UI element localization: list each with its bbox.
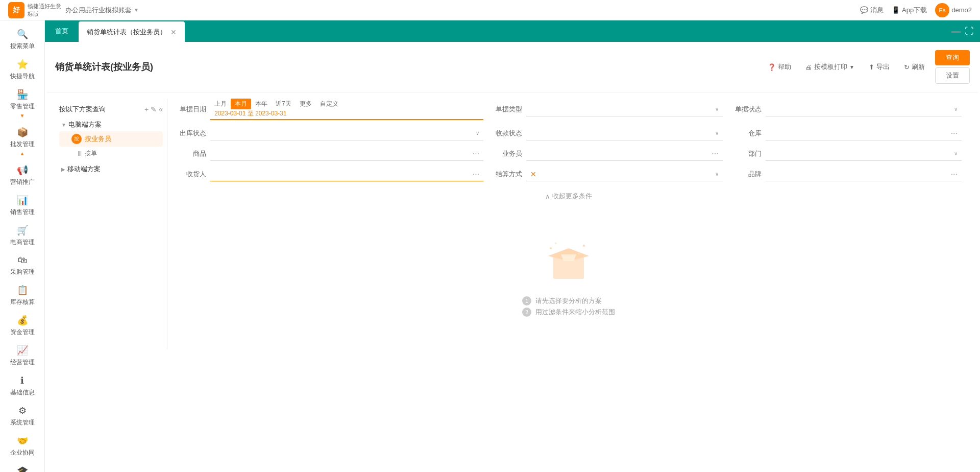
paystatus-select[interactable]: ∨ — [526, 126, 722, 140]
inventory-icon: 📋 — [17, 285, 28, 296]
scheme-item-order[interactable]: Ⅲ 按单 — [59, 147, 163, 160]
body-layout: 按以下方案查询 + ✎ « — [55, 99, 970, 349]
filter-row-1: 单据日期 上月 本月 本年 近7天 更多 — [176, 99, 962, 120]
user-area[interactable]: Ea demo2 — [935, 3, 972, 17]
dept-select[interactable]: ∨ — [766, 147, 962, 161]
search-icon: 🔍 — [17, 29, 28, 40]
settle-select[interactable]: ✕ ∨ — [526, 167, 722, 181]
export-btn[interactable]: ⬆ 导出 — [865, 60, 894, 74]
tab-close-btn[interactable]: ✕ — [170, 28, 177, 36]
date-btn-more[interactable]: 更多 — [296, 99, 316, 109]
sidebar-item-inventory[interactable]: 📋 库存核算 — [2, 280, 43, 311]
collapse-row: ∧ 收起更多条件 — [176, 187, 962, 205]
sidebar-item-quicknav[interactable]: ⭐ 快捷导航 — [2, 55, 43, 85]
purchase-icon: 🛍 — [18, 255, 27, 266]
help-icon: ❓ — [768, 63, 776, 71]
scheme-item-salesperson[interactable]: 按 按业务员 — [59, 131, 163, 147]
date-btn-lastmonth[interactable]: 上月 — [210, 99, 231, 109]
filter-docstatus-item: 单据状态 ∨ — [731, 102, 962, 116]
filter-paystatus-item: 收款状态 ∨ — [492, 126, 722, 140]
sidebar-item-enterprise[interactable]: 🤝 企业协同 — [2, 431, 43, 461]
sidebar-item-system[interactable]: ⚙ 系统管理 — [2, 401, 43, 431]
refresh-btn[interactable]: ↻ 刷新 — [900, 60, 929, 74]
help-btn[interactable]: ❓ 帮助 — [764, 60, 795, 74]
left-panel-actions: + ✎ « — [144, 105, 163, 113]
paystatus-arrow: ∨ — [715, 130, 719, 136]
scheme-group-header-mobile[interactable]: ▶ 移动端方案 — [59, 162, 163, 176]
message-btn[interactable]: 💬 消息 — [860, 6, 884, 15]
edit-scheme-btn[interactable]: ✎ — [151, 105, 157, 113]
app-download-btn[interactable]: 📱 App下载 — [892, 6, 927, 15]
sidebar-item-finance[interactable]: 💰 资金管理 — [2, 311, 43, 341]
outstatus-select[interactable]: ∨ — [210, 126, 483, 140]
sidebar-item-basic-info[interactable]: ℹ 基础信息 — [2, 371, 43, 401]
filter-salesman-item: 业务员 ··· — [492, 147, 722, 161]
salesman-label: 业务员 — [492, 149, 522, 158]
sidebar-item-operations[interactable]: 📈 经营管理 — [2, 341, 43, 371]
sidebar-item-sales[interactable]: 📊 销售管理 — [2, 191, 43, 221]
salesman-input[interactable]: ··· — [526, 147, 722, 161]
collapse-panel-btn[interactable]: « — [159, 105, 163, 113]
left-panel-title: 按以下方案查询 — [59, 105, 106, 114]
scheme-tree: ▼ 电脑端方案 按 按业务员 Ⅲ 按单 — [59, 118, 163, 176]
left-panel: 按以下方案查询 + ✎ « — [55, 99, 167, 349]
settle-close-btn[interactable]: ✕ — [530, 170, 536, 178]
sidebar-item-purchase[interactable]: 🛍 采购管理 — [2, 251, 43, 280]
warehouse-input[interactable]: ··· — [766, 126, 962, 140]
filter-warehouse-item: 仓库 ··· — [731, 126, 962, 140]
warehouse-dots: ··· — [951, 129, 958, 138]
add-scheme-btn[interactable]: + — [144, 105, 149, 113]
brand-input[interactable]: ··· — [766, 167, 962, 181]
sidebar-item-search[interactable]: 🔍 搜索菜单 — [2, 25, 43, 55]
docstatus-select[interactable]: ∨ — [766, 102, 962, 116]
doctype-label: 单据类型 — [492, 105, 522, 114]
svg-point-4 — [583, 245, 585, 247]
filter-area: 单据日期 上月 本月 本年 近7天 更多 — [176, 99, 962, 205]
empty-illustration — [543, 235, 594, 288]
page-actions: ❓ 帮助 🖨 按模板打印 ▼ ⬆ 导出 — [764, 50, 970, 84]
settings-btn[interactable]: 设置 — [935, 67, 970, 84]
sidebar-item-marketing[interactable]: 📢 营销推广 — [2, 160, 43, 191]
collapse-btn[interactable]: ∧ 收起更多条件 — [545, 192, 592, 201]
page-header: 销货单统计表(按业务员) ❓ 帮助 🖨 按模板打印 ▼ — [55, 50, 970, 84]
sidebar-item-retail[interactable]: 🏪 零售管理 ▼ — [2, 85, 43, 123]
left-panel-header: 按以下方案查询 + ✎ « — [59, 105, 163, 114]
scheme-group-mobile: ▶ 移动端方案 — [59, 162, 163, 176]
sidebar-item-ecommerce[interactable]: 🛒 电商管理 — [2, 221, 43, 251]
sidebar-item-newuser[interactable]: 🎓 新手引导 — [2, 461, 43, 472]
filter-date-item: 单据日期 上月 本月 本年 近7天 更多 — [176, 99, 483, 120]
tab-minimize-btn[interactable]: — — [951, 26, 961, 37]
date-btn-custom[interactable]: 自定义 — [316, 99, 342, 109]
tab-maximize-btn[interactable]: ⛶ — [965, 26, 974, 37]
app-title[interactable]: 办公用品行业模拟账套 ▼ — [65, 6, 139, 15]
product-input[interactable]: ··· — [210, 147, 483, 161]
docstatus-arrow: ∨ — [954, 106, 958, 112]
date-btn-thismonth[interactable]: 本月 — [231, 99, 251, 109]
dept-arrow: ∨ — [954, 151, 958, 156]
download-icon: 📱 — [892, 6, 900, 14]
page-content: 销货单统计表(按业务员) ❓ 帮助 🖨 按模板打印 ▼ — [45, 42, 980, 472]
star-icon: ⭐ — [17, 59, 28, 70]
receiver-input[interactable]: ··· — [210, 167, 483, 181]
finance-icon: 💰 — [17, 315, 28, 326]
ecommerce-icon: 🛒 — [17, 225, 28, 236]
order-sub-icon: Ⅲ — [78, 150, 82, 157]
settle-label: 结算方式 — [492, 170, 522, 179]
print-btn[interactable]: 🖨 按模板打印 ▼ — [801, 60, 859, 74]
query-btn[interactable]: 查询 — [935, 50, 970, 65]
tab-active[interactable]: 销货单统计表（按业务员） ✕ — [79, 21, 185, 43]
logo-text: 畅捷通好生意 标版 — [28, 3, 61, 17]
date-btn-thisyear[interactable]: 本年 — [251, 99, 272, 109]
outstatus-label: 出库状态 — [176, 129, 206, 138]
outstatus-arrow: ∨ — [476, 130, 479, 136]
action-buttons: 查询 设置 — [935, 50, 970, 84]
sidebar-item-wholesale[interactable]: 📦 批发管理 ▲ — [2, 123, 43, 160]
top-bar: 好 畅捷通好生意 标版 办公用品行业模拟账套 ▼ 💬 消息 📱 App下载 — [0, 0, 980, 20]
refresh-icon: ↻ — [904, 63, 910, 71]
date-btn-7days[interactable]: 近7天 — [272, 99, 296, 109]
scheme-group-header-desktop[interactable]: ▼ 电脑端方案 — [59, 118, 163, 131]
retail-icon: 🏪 — [17, 89, 28, 100]
doctype-select[interactable]: ∨ — [526, 102, 722, 116]
filter-receiver-item: 收货人 ··· — [176, 167, 483, 181]
tab-home[interactable]: 首页 — [45, 20, 79, 42]
